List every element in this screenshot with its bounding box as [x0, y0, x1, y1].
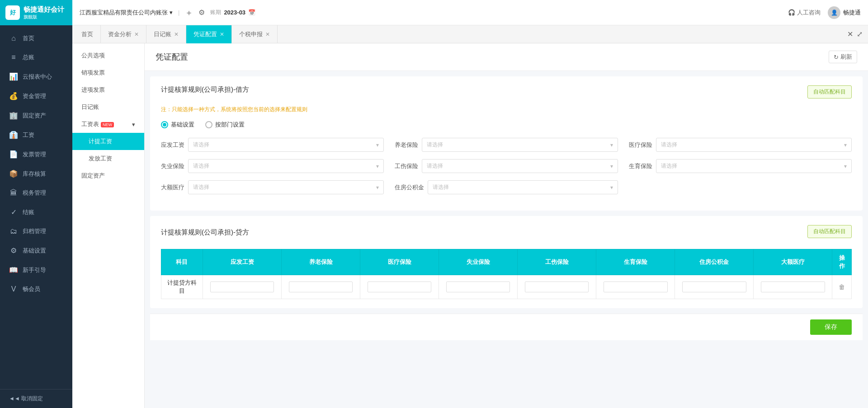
tab-tax-report[interactable]: 个税申报 ✕ [232, 25, 278, 43]
input-ylbx2[interactable] [368, 281, 431, 292]
page-header: 凭证配置 ↻ 刷新 [145, 43, 868, 71]
tab-fund-analysis[interactable]: 资金分析 ✕ [101, 25, 146, 43]
settings-gear-icon[interactable]: ⚙ [198, 8, 205, 17]
radio-by-dept[interactable]: 按部门设置 [205, 121, 245, 129]
radio-basic-dot [161, 121, 168, 128]
ylbx-label: 养老保险 [395, 141, 418, 149]
td-operate[interactable]: 🗑 [832, 275, 852, 299]
yfgz-label: 应发工资 [161, 141, 184, 149]
th-daly: 大额医疗 [754, 249, 832, 275]
sidebar-cancel-pin[interactable]: ◄◄ 取消固定 [0, 389, 72, 408]
sidebar-item-inventory[interactable]: 📦 库存核算 [0, 164, 72, 183]
input-ylbx[interactable] [289, 281, 353, 292]
input-daly[interactable] [761, 281, 825, 292]
left-nav-fixed-assets[interactable]: 固定资产 [72, 167, 144, 184]
close-voucher-config-icon[interactable]: ✕ [220, 31, 224, 38]
sidebar-item-fixed-assets[interactable]: 🏢 固定资产 [0, 106, 72, 125]
expand-tab-icon[interactable]: ⤢ [857, 30, 863, 38]
headset-icon: 🎧 [788, 9, 795, 16]
left-nav-sales-invoice[interactable]: 销项发票 [72, 64, 144, 81]
refresh-button[interactable]: ↻ 刷新 [829, 51, 857, 63]
calendar-icon[interactable]: 📅 [248, 9, 255, 16]
input-yfgz[interactable] [210, 281, 274, 292]
left-nav-pay-salary[interactable]: 发放工资 [72, 150, 144, 167]
gsbx-label: 工伤保险 [395, 162, 418, 170]
gsbx-select[interactable]: 请选择 ▾ [422, 159, 618, 173]
sidebar-item-home[interactable]: ⌂ 首页 [0, 29, 72, 48]
support-button[interactable]: 🎧 人工咨询 [788, 9, 821, 17]
sidebar-item-fund-mgmt[interactable]: 💰 资金管理 [0, 86, 72, 106]
left-nav-purchase-invoice[interactable]: 进项发票 [72, 81, 144, 98]
td-ylbx2[interactable] [360, 275, 439, 299]
sidebar-item-salary[interactable]: 👔 工资 [0, 125, 72, 145]
sidebar-item-basic-settings[interactable]: ⚙ 基础设置 [0, 241, 72, 260]
gsbx-placeholder: 请选择 [427, 162, 443, 170]
zfgjj-select[interactable]: 请选择 ▾ [428, 180, 618, 194]
sybx-chevron-icon: ▾ [376, 163, 379, 169]
save-button[interactable]: 保存 [810, 319, 852, 335]
td-sybx2[interactable] [596, 275, 675, 299]
user-menu[interactable]: 👤 畅捷通 [828, 6, 861, 19]
sidebar-item-label: 发票管理 [23, 150, 46, 159]
ylbx2-select[interactable]: 请选择 ▾ [656, 138, 852, 152]
sidebar-item-label: 首页 [23, 34, 34, 42]
left-nav-journal[interactable]: 日记账 [72, 98, 144, 116]
sidebar-item-label: 税务管理 [23, 189, 46, 197]
sidebar-nav: ⌂ 首页 ≡ 总账 📊 云报表中心 💰 资金管理 🏢 固定资产 👔 工资 📄 发… [0, 25, 72, 389]
sidebar-item-label: 固定资产 [23, 112, 46, 120]
ledger-icon: ≡ [9, 53, 18, 61]
refresh-icon: ↻ [834, 54, 839, 61]
sidebar-item-tax-mgmt[interactable]: 🏛 税务管理 [0, 183, 72, 202]
td-gsbx[interactable] [518, 275, 596, 299]
zfgjj-chevron-icon: ▾ [610, 184, 613, 191]
sidebar-item-general-ledger[interactable]: ≡ 总账 [0, 48, 72, 67]
td-ylbx[interactable] [282, 275, 360, 299]
company-selector[interactable]: 江西服宝精品有限责任公司内账张 ▾ [80, 9, 173, 17]
tab-voucher-config[interactable]: 凭证配置 ✕ [186, 25, 232, 43]
left-nav-salary-table[interactable]: 工资表NEW ▾ [72, 116, 144, 133]
sidebar-item-newbie-guide[interactable]: 📖 新手引导 [0, 260, 72, 280]
sybx2-select[interactable]: 请选择 ▾ [656, 159, 852, 173]
sybx-select[interactable]: 请选择 ▾ [188, 159, 384, 173]
left-nav-calc-salary[interactable]: 计提工资 [72, 133, 144, 150]
field-gsbx: 工伤保险 请选择 ▾ [395, 159, 618, 173]
input-sybx2[interactable] [604, 281, 667, 292]
content-area: 公共选项 销项发票 进项发票 日记账 工资表NEW ▾ 计提工资 发放工资 [72, 43, 868, 408]
input-gsbx[interactable] [525, 281, 589, 292]
tab-journal[interactable]: 日记账 ✕ [146, 25, 186, 43]
debit-auto-match-button[interactable]: 自动匹配科目 [807, 85, 852, 98]
period-selector[interactable]: 账期 2023-03 📅 [210, 9, 255, 16]
td-daly[interactable] [754, 275, 832, 299]
sidebar-item-invoice-mgmt[interactable]: 📄 发票管理 [0, 145, 72, 164]
close-journal-icon[interactable]: ✕ [174, 31, 179, 38]
tab-fund-analysis-label: 资金分析 [108, 30, 132, 38]
yfgz-select[interactable]: 请选择 ▾ [188, 138, 384, 152]
sidebar-item-cloud-reports[interactable]: 📊 云报表中心 [0, 67, 72, 86]
close-tax-report-icon[interactable]: ✕ [265, 31, 270, 38]
archive-icon: 🗂 [9, 227, 18, 235]
th-yfgz: 应发工资 [203, 249, 281, 275]
left-nav-public-options[interactable]: 公共选项 [72, 47, 144, 64]
delete-row-icon[interactable]: 🗑 [839, 283, 845, 291]
ylbx-select[interactable]: 请选择 ▾ [422, 138, 618, 152]
td-yfgz[interactable] [203, 275, 281, 299]
credit-auto-match-button[interactable]: 自动匹配科目 [807, 225, 852, 238]
input-sybx[interactable] [446, 281, 510, 292]
sidebar-item-vip[interactable]: V 畅会员 [0, 280, 72, 299]
daly-select[interactable]: 请选择 ▾ [188, 180, 384, 194]
add-account-button[interactable]: ＋ [185, 7, 193, 18]
period-value: 2023-03 [224, 9, 245, 16]
close-tab-icon[interactable]: ✕ [847, 30, 853, 38]
input-zfgjj[interactable] [682, 281, 746, 292]
sidebar-item-settlement[interactable]: ✓ 结账 [0, 202, 72, 222]
left-nav-calc-salary-label: 计提工资 [89, 137, 112, 145]
credit-table-header-row: 科目 应发工资 养老保险 医疗保险 失业保险 工伤保险 生育保险 住房公积金 大… [161, 249, 852, 275]
tab-home-label: 首页 [81, 30, 93, 38]
yfgz-chevron-icon: ▾ [376, 142, 379, 148]
tab-home[interactable]: 首页 [74, 25, 101, 43]
td-sybx[interactable] [439, 275, 518, 299]
radio-basic-settings[interactable]: 基础设置 [161, 121, 194, 129]
sidebar-item-archive[interactable]: 🗂 归档管理 [0, 222, 72, 241]
close-fund-analysis-icon[interactable]: ✕ [134, 31, 139, 38]
td-zfgjj[interactable] [675, 275, 754, 299]
